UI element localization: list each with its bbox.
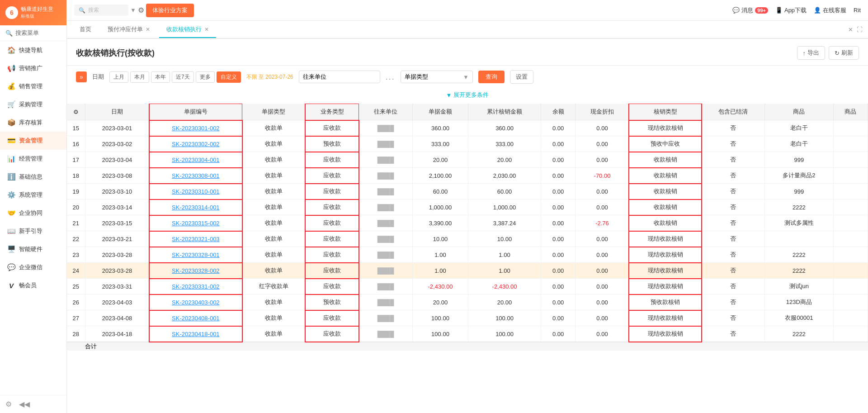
td-bill-type: 收款单 <box>242 231 306 247</box>
sidebar-item-inventory[interactable]: 📦 库存核算 <box>0 114 66 132</box>
td-bill-no[interactable]: SK-20230304-001 <box>149 152 242 168</box>
sidebar-item-marketing[interactable]: 📢 营销推广 <box>0 59 66 77</box>
settings-bottom-icon[interactable]: ⚙ <box>5 400 12 408</box>
th-settings[interactable]: ⚙ <box>67 104 85 120</box>
th-cash-discount[interactable]: 现金折扣 <box>576 104 629 120</box>
this-year-btn[interactable]: 本年 <box>151 71 170 83</box>
tab-home[interactable]: 首页 <box>72 22 99 38</box>
td-bill-type: 收款单 <box>242 136 306 152</box>
settings-button[interactable]: 设置 <box>510 70 533 84</box>
td-bill-no[interactable]: SK-20230308-001 <box>149 168 242 184</box>
this-month-btn[interactable]: 本月 <box>130 71 149 83</box>
sidebar-item-quick[interactable]: 🏠 快捷导航 <box>0 41 66 59</box>
service-btn[interactable]: 👤 在线客服 <box>814 6 846 14</box>
th-bill-no[interactable]: 单据编号 <box>149 104 242 120</box>
td-accum: 20.00 <box>468 152 541 168</box>
topbar-search[interactable]: 🔍 搜索 <box>74 5 128 16</box>
expand-more-button[interactable]: ▼ 展开更多条件 <box>446 91 489 99</box>
sidebar-item-guide[interactable]: 📖 新手引导 <box>0 222 66 240</box>
table-wrap[interactable]: ⚙ 日期 单据编号 单据类型 业务类型 往来单位 单据金额 累计核销金额 余额 … <box>67 104 868 413</box>
message-btn[interactable]: 💬 消息 99+ <box>732 6 768 14</box>
sidebar-item-purchase[interactable]: 🛒 采购管理 <box>0 95 66 114</box>
filter-expand-button[interactable]: » <box>76 71 87 82</box>
th-product[interactable]: 商品 <box>765 104 833 120</box>
td-bill-no[interactable]: SK-20230302-002 <box>149 136 242 152</box>
td-cancel-type: 预收款核销 <box>629 294 702 310</box>
th-biz-type[interactable]: 业务类型 <box>305 104 359 120</box>
service-label: 在线客服 <box>823 6 846 14</box>
tab-collection[interactable]: 收款核销执行 ✕ <box>159 22 216 38</box>
custom-date-btn[interactable]: 自定义 <box>217 71 241 83</box>
th-product2[interactable]: 商品 <box>833 104 868 120</box>
td-bill-no[interactable]: SK-20230328-001 <box>149 247 242 263</box>
td-bill-no[interactable]: SK-20230314-001 <box>149 199 242 215</box>
more-date-btn[interactable]: 更多 <box>196 71 215 83</box>
td-bill-no[interactable]: SK-20230328-002 <box>149 263 242 279</box>
tab-close-all-icon[interactable]: ✕ <box>848 26 853 33</box>
td-bill-no[interactable]: SK-20230403-002 <box>149 294 242 310</box>
last-month-btn[interactable]: 上月 <box>109 71 128 83</box>
sidebar-item-sales[interactable]: 💰 销售管理 <box>0 77 66 95</box>
tabs-bar: 首页 预付冲应付单 ✕ 收款核销执行 ✕ ✕ ⛶ <box>67 21 868 39</box>
partner-filter[interactable]: 往来单位 <box>299 71 380 83</box>
last-7days-btn[interactable]: 近7天 <box>172 71 194 83</box>
td-accum: 100.00 <box>468 326 541 342</box>
td-product2 <box>833 120 868 136</box>
td-cancel-type: 收款核销 <box>629 184 702 199</box>
td-bill-no[interactable]: SK-20230310-001 <box>149 184 242 199</box>
td-date: 2023-03-28 <box>85 263 149 279</box>
gear-icon[interactable]: ⚙ <box>138 6 144 14</box>
tab-collection-close[interactable]: ✕ <box>204 26 209 33</box>
td-bill-no[interactable]: SK-20230315-002 <box>149 215 242 231</box>
th-bill-type[interactable]: 单据类型 <box>242 104 306 120</box>
td-balance: 0.00 <box>541 152 575 168</box>
sidebar-search[interactable]: 🔍 搜索菜单 <box>0 25 66 41</box>
sidebar-item-hardware[interactable]: 🖥️ 智能硬件 <box>0 240 66 258</box>
th-cancel-type[interactable]: 核销类型 <box>629 104 702 120</box>
td-product2 <box>833 294 868 310</box>
page-title: 收款核销执行(按收款) <box>76 47 155 58</box>
td-bill-no[interactable]: SK-20230331-002 <box>149 279 242 294</box>
solution-button[interactable]: 体验行业方案 <box>146 4 194 17</box>
th-included[interactable]: 包含已结清 <box>702 104 765 120</box>
service-icon: 👤 <box>814 7 821 14</box>
td-cancel-type: 收款核销 <box>629 168 702 184</box>
sidebar-item-basic[interactable]: ℹ️ 基础信息 <box>0 168 66 186</box>
td-balance: 0.00 <box>541 326 575 342</box>
th-date[interactable]: 日期 <box>85 104 149 120</box>
sidebar-item-wechat[interactable]: 💬 企业微信 <box>0 258 66 276</box>
td-product2 <box>833 263 868 279</box>
sidebar-item-finance[interactable]: 💳 资金管理 <box>0 132 66 150</box>
td-accum: 3,387.24 <box>468 215 541 231</box>
user-name[interactable]: Rit <box>854 7 861 14</box>
th-balance[interactable]: 余额 <box>541 104 575 120</box>
collapse-icon[interactable]: ◀◀ <box>19 400 30 408</box>
td-bill-no[interactable]: SK-20230408-001 <box>149 310 242 326</box>
td-bill-no[interactable]: SK-20230301-002 <box>149 120 242 136</box>
sidebar-item-system[interactable]: ⚙️ 系统管理 <box>0 186 66 204</box>
export-button[interactable]: ↑ 导出 <box>797 46 826 60</box>
tab-prepay-close[interactable]: ✕ <box>146 26 150 33</box>
sidebar-item-enterprise[interactable]: 🤝 企业协同 <box>0 204 66 222</box>
bill-type-filter[interactable]: 单据类型 ▼ <box>401 71 473 83</box>
page-header: 收款核销执行(按收款) ↑ 导出 ↻ 刷新 <box>67 39 868 66</box>
tab-maximize-icon[interactable]: ⛶ <box>857 26 863 33</box>
td-bill-no[interactable]: SK-20230321-003 <box>149 231 242 247</box>
user-label: Rit <box>854 7 861 14</box>
app-download-btn[interactable]: 📱 App下载 <box>775 6 807 14</box>
td-product: 测试多属性 <box>765 215 833 231</box>
sidebar-item-member[interactable]: V 畅会员 <box>0 276 66 294</box>
td-bill-no[interactable]: SK-20230418-001 <box>149 326 242 342</box>
query-button[interactable]: 查询 <box>478 71 505 83</box>
sidebar-item-operations[interactable]: 📊 经营管理 <box>0 150 66 168</box>
sidebar-item-label: 销售管理 <box>19 82 42 90</box>
th-amount[interactable]: 单据金额 <box>412 104 468 120</box>
tab-prepay[interactable]: 预付冲应付单 ✕ <box>100 22 157 38</box>
td-date: 2023-03-04 <box>85 152 149 168</box>
th-partner[interactable]: 往来单位 <box>359 104 413 120</box>
td-amount: 100.00 <box>412 310 468 326</box>
partner-input[interactable] <box>329 74 365 81</box>
th-accum-cancel[interactable]: 累计核销金额 <box>468 104 541 120</box>
refresh-button[interactable]: ↻ 刷新 <box>829 46 859 60</box>
td-product: 2222 <box>765 263 833 279</box>
